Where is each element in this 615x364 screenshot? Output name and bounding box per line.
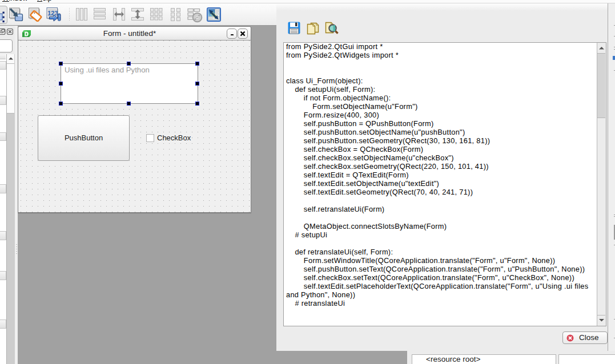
svg-text:123: 123 <box>47 10 58 17</box>
